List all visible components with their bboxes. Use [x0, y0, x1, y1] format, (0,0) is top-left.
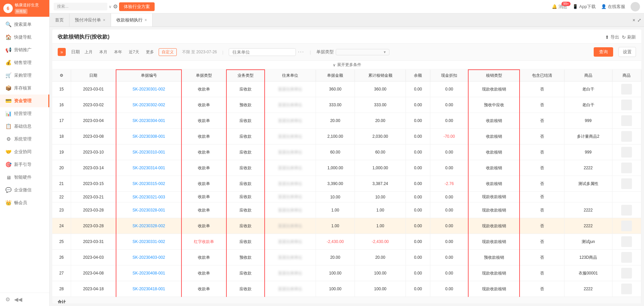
row-order-no-11[interactable]: SK-20230403-002 [116, 250, 181, 265]
order-no-link-4[interactable]: SK-20230310-001 [132, 150, 165, 155]
topbar-search-input[interactable]: 搜索... [54, 3, 107, 10]
topbar-industry-btn[interactable]: 体验行业方案 [119, 2, 155, 11]
order-no-link-11[interactable]: SK-20230403-002 [132, 255, 165, 260]
table-row[interactable]: 162023-03-02SK-20230302-002收款单预收款某某往来单位3… [52, 97, 641, 113]
tab-maximize-btn[interactable]: ⤢ [637, 17, 641, 23]
tab-close-1[interactable]: × [103, 18, 105, 22]
table-row[interactable]: 262023-04-03SK-20230403-002收款单预收款某某往来单位2… [52, 250, 641, 265]
table-row[interactable]: 202023-03-14SK-20230314-001收款单应收款某某往来单位1… [52, 160, 641, 176]
row-order-no-8[interactable]: SK-20230328-001 [116, 202, 181, 218]
topbar-dropdown-icon[interactable]: ∨ [109, 4, 112, 9]
sidebar-item-14[interactable]: 👑畅会员 [0, 196, 49, 209]
table-row[interactable]: 172023-03-04SK-20230304-001收款单应收款某某往来单位2… [52, 113, 641, 129]
expand-more-btn[interactable]: ∨ 展开更多条件 [333, 62, 361, 68]
tab-1[interactable]: 预付冲应付单× [69, 13, 111, 26]
topbar-app-download-btn[interactable]: 📱 App下载 [573, 4, 596, 10]
topbar-avatar[interactable] [631, 2, 640, 11]
sidebar-item-6[interactable]: 💳资金管理 [0, 95, 49, 107]
topbar-settings-icon[interactable]: ⚙ [113, 3, 118, 10]
row-order-no-5[interactable]: SK-20230314-001 [116, 160, 181, 176]
sidebar-item-0[interactable]: 🔍搜索菜单 [0, 18, 49, 31]
order-no-link-10[interactable]: SK-20230331-002 [132, 239, 165, 244]
row-order-no-2[interactable]: SK-20230304-001 [116, 113, 181, 129]
sidebar-item-2[interactable]: 📢营销推广 [0, 44, 49, 56]
sidebar-label-12: 智能硬件 [14, 174, 32, 180]
filter-counterpart-input[interactable] [229, 48, 296, 56]
row-order-no-4[interactable]: SK-20230310-001 [116, 144, 181, 160]
topbar-online-service-btn[interactable]: 👤 在线客服 [601, 4, 625, 10]
row-order-no-12[interactable]: SK-20230408-001 [116, 265, 181, 281]
table-row[interactable]: 282023-04-18SK-20230418-001收款单应收款某某往来单位1… [52, 281, 641, 297]
order-no-link-6[interactable]: SK-20230315-002 [132, 181, 165, 186]
table-row[interactable]: 212023-03-15SK-20230315-002收款单应收款某某往来单位3… [52, 176, 641, 192]
filter-date-option-4[interactable]: 更多 [143, 49, 157, 56]
sidebar: 6 畅康道好生意 标推版 🔍搜索菜单🏠快捷导航📢营销推广💰销售管理🛒采购管理📦库… [0, 0, 50, 306]
sidebar-item-11[interactable]: 🎯新手引导 [0, 158, 49, 171]
filter-date-option-1[interactable]: 本月 [97, 49, 110, 56]
sidebar-item-1[interactable]: 🏠快捷导航 [0, 31, 49, 44]
sidebar-item-7[interactable]: 📊经营管理 [0, 107, 49, 120]
order-no-link-5[interactable]: SK-20230314-001 [132, 166, 165, 170]
row-counterpart-11: 某某往来单位 [265, 250, 316, 265]
sidebar-item-9[interactable]: ⚙系统管理 [0, 133, 49, 145]
order-no-link-12[interactable]: SK-20230408-001 [132, 271, 165, 276]
order-no-link-0[interactable]: SK-20230301-002 [132, 87, 165, 91]
table-row[interactable]: 192023-03-10SK-20230310-001收款单应收款某某往来单位6… [52, 144, 641, 160]
export-btn[interactable]: ⬆ 导出 [605, 34, 619, 40]
tab-2[interactable]: 收款核销执行× [111, 13, 153, 26]
sidebar-item-12[interactable]: 🖥智能硬件 [0, 171, 49, 184]
table-row[interactable]: 152023-03-01SK-20230301-002收款单应收款某某往来单位3… [52, 81, 641, 97]
filter-date-option-2[interactable]: 本年 [111, 49, 125, 56]
table-row[interactable]: 232023-03-28SK-20230328-001收款单应收款某某往来单位1… [52, 202, 641, 218]
order-no-link-7[interactable]: SK-20230321-003 [132, 195, 165, 199]
filter-counterpart-dots[interactable]: ··· [298, 49, 304, 55]
order-no-link-1[interactable]: SK-20230302-002 [132, 103, 165, 107]
sidebar-item-13[interactable]: 💬企业微信 [0, 184, 49, 196]
sidebar-item-8[interactable]: 📋基础信息 [0, 120, 49, 133]
table-row[interactable]: 182023-03-08SK-20230308-001收款单应收款某某往来单位2… [52, 129, 641, 144]
sidebar-icon-1: 🏠 [5, 34, 11, 40]
filter-toggle-btn[interactable]: » [58, 48, 66, 56]
row-order-no-6[interactable]: SK-20230315-002 [116, 176, 181, 192]
filter-date-option-3[interactable]: 近7天 [126, 49, 142, 56]
row-order-no-0[interactable]: SK-20230301-002 [116, 81, 181, 97]
order-no-link-13[interactable]: SK-20230418-001 [132, 287, 165, 291]
tab-0[interactable]: 首页 [50, 13, 69, 26]
row-settings-6: 21 [52, 176, 71, 192]
sidebar-settings-btn[interactable]: ⚙ [5, 296, 10, 303]
sidebar-item-3[interactable]: 💰销售管理 [0, 56, 49, 69]
sidebar-collapse-btn[interactable]: ◀◀ [14, 296, 22, 303]
filter-date-custom-btn[interactable]: 自定义 [159, 48, 177, 56]
row-order-no-9[interactable]: SK-20230328-002 [116, 218, 181, 234]
sidebar-item-10[interactable]: 🤝企业协同 [0, 145, 49, 158]
sidebar-label-10: 企业协同 [14, 149, 32, 155]
sidebar-footer[interactable]: ⚙ ◀◀ [0, 293, 49, 306]
sidebar-item-4[interactable]: 🛒采购管理 [0, 69, 49, 82]
filter-date-option-0[interactable]: 上月 [82, 49, 95, 56]
sidebar-icon-10: 🤝 [5, 149, 11, 155]
tab-close-all-btn[interactable]: × [633, 17, 635, 23]
table-row[interactable]: 222023-03-21SK-20230321-003收款单应收款某某往来单位1… [52, 192, 641, 202]
row-biz-type-2: 应收款 [226, 113, 265, 129]
filter-query-btn[interactable]: 查询 [594, 47, 613, 57]
table-row[interactable]: 252023-03-31SK-20230331-002红字收款单应收款某某往来单… [52, 234, 641, 250]
row-order-no-3[interactable]: SK-20230308-001 [116, 129, 181, 144]
order-no-link-9[interactable]: SK-20230328-002 [132, 224, 165, 228]
sidebar-item-5[interactable]: 📦库存核算 [0, 82, 49, 95]
order-no-link-3[interactable]: SK-20230308-001 [132, 134, 165, 139]
filter-receipt-type-select[interactable]: ▼ [336, 49, 389, 55]
row-include-settled-13: 否 [520, 281, 564, 297]
row-order-no-7[interactable]: SK-20230321-003 [116, 192, 181, 202]
table-row[interactable]: 242023-03-28SK-20230328-002收款单应收款某某往来单位1… [52, 218, 641, 234]
order-no-link-2[interactable]: SK-20230304-001 [132, 118, 165, 123]
topbar-messages-btn[interactable]: 🔔 消息 99+ [552, 4, 567, 10]
row-order-no-10[interactable]: SK-20230331-002 [116, 234, 181, 250]
table-row[interactable]: 272023-04-08SK-20230408-001收款单应收款某某往来单位1… [52, 265, 641, 281]
tab-close-2[interactable]: × [145, 18, 147, 22]
order-no-link-8[interactable]: SK-20230328-001 [132, 208, 165, 212]
row-order-no-13[interactable]: SK-20230418-001 [116, 281, 181, 297]
filter-settings-btn[interactable]: 设置 [619, 47, 636, 57]
refresh-btn[interactable]: ↻ 刷新 [622, 34, 636, 40]
row-doc-type-1: 收款单 [181, 97, 226, 113]
row-order-no-1[interactable]: SK-20230302-002 [116, 97, 181, 113]
